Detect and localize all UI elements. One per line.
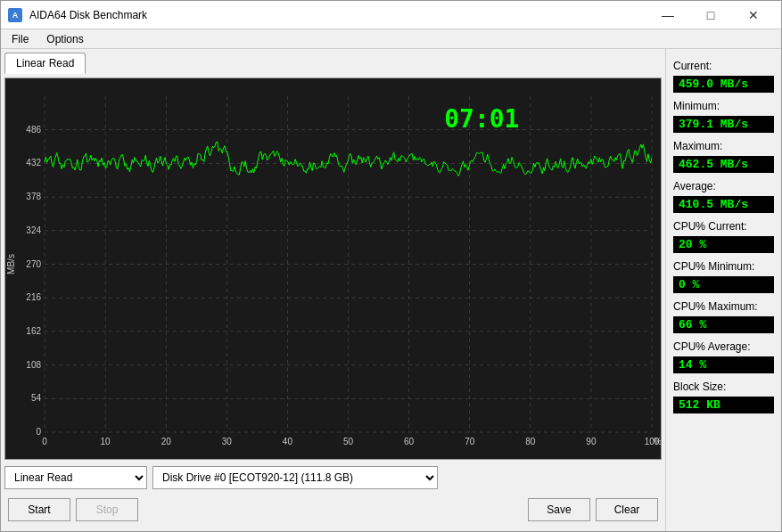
block-size-value: 512 KB	[673, 397, 774, 413]
cpu-average-label: CPU% Average:	[673, 340, 774, 353]
block-size-label: Block Size:	[673, 381, 774, 393]
controls-row: Linear ReadRandom ReadRandom WriteRandom…	[4, 463, 662, 492]
main-area: Linear Read Linear ReadRandom ReadRandom…	[1, 49, 665, 531]
window-title: AIDA64 Disk Benchmark	[29, 9, 147, 21]
cpu-minimum-value: 0 %	[673, 276, 774, 293]
stop-button[interactable]: Stop	[76, 498, 138, 521]
cpu-maximum-value: 66 %	[673, 316, 774, 333]
window-controls: — □ ✕	[647, 2, 774, 29]
cpu-minimum-label: CPU% Minimum:	[673, 260, 774, 273]
tab-bar: Linear Read	[4, 53, 662, 74]
app-icon: A	[8, 8, 22, 22]
title-bar: A AIDA64 Disk Benchmark — □ ✕	[1, 1, 781, 29]
tab-linear-read[interactable]: Linear Read	[4, 53, 86, 74]
average-value: 410.5 MB/s	[673, 196, 774, 213]
cpu-average-value: 14 %	[673, 356, 774, 373]
cpu-maximum-label: CPU% Maximum:	[673, 300, 774, 313]
minimum-label: Minimum:	[673, 100, 774, 112]
minimize-button[interactable]: —	[647, 2, 688, 29]
current-value: 459.0 MB/s	[673, 76, 774, 93]
test-type-select[interactable]: Linear ReadRandom ReadRandom WriteRandom…	[4, 466, 147, 489]
chart-container	[4, 78, 662, 460]
content-area: Linear Read Linear ReadRandom ReadRandom…	[1, 49, 781, 531]
drive-select[interactable]: Disk Drive #0 [ECOT920-12] (111.8 GB)	[152, 466, 438, 489]
close-button[interactable]: ✕	[733, 2, 774, 29]
save-button[interactable]: Save	[528, 498, 590, 521]
start-button[interactable]: Start	[8, 498, 70, 521]
maximum-label: Maximum:	[673, 140, 774, 152]
maximum-value: 462.5 MB/s	[673, 156, 774, 173]
title-bar-left: A AIDA64 Disk Benchmark	[8, 8, 147, 22]
current-label: Current:	[673, 60, 774, 72]
average-label: Average:	[673, 180, 774, 192]
benchmark-chart	[5, 78, 661, 459]
menu-file[interactable]: File	[4, 30, 36, 48]
menu-bar: File Options	[1, 29, 781, 49]
maximize-button[interactable]: □	[690, 2, 731, 29]
minimum-value: 379.1 MB/s	[673, 116, 774, 133]
menu-options[interactable]: Options	[39, 30, 90, 48]
bottom-row: Start Stop Save Clear	[4, 495, 662, 528]
cpu-current-label: CPU% Current:	[673, 220, 774, 233]
cpu-current-value: 20 %	[673, 236, 774, 253]
sidebar: Current: 459.0 MB/s Minimum: 379.1 MB/s …	[665, 49, 781, 531]
main-window: A AIDA64 Disk Benchmark — □ ✕ File Optio…	[0, 0, 782, 532]
clear-button[interactable]: Clear	[596, 498, 658, 521]
